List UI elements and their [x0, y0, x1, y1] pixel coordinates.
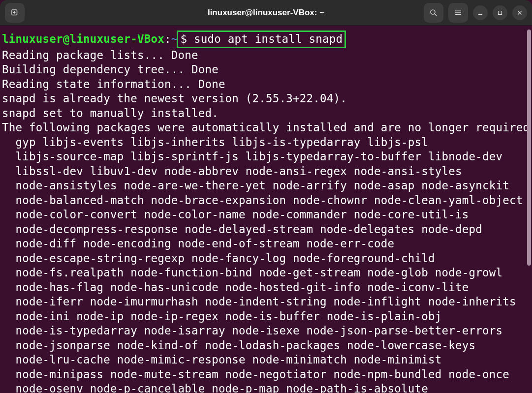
- command-text: sudo apt install snapd: [194, 32, 343, 45]
- svg-line-4: [435, 14, 437, 16]
- scrollbar-thumb[interactable]: [527, 30, 531, 266]
- minimize-icon: [477, 9, 484, 16]
- maximize-button[interactable]: [493, 5, 507, 20]
- search-icon: [429, 8, 438, 17]
- window-title: linuxuser@linuxuser-VBox: ~: [208, 8, 324, 18]
- terminal-body[interactable]: linuxuser@linuxuser-VBox:~$ sudo apt ins…: [0, 26, 532, 393]
- command-highlight: $ sudo apt install snapd: [177, 30, 346, 48]
- window-titlebar: linuxuser@linuxuser-VBox: ~: [0, 0, 532, 26]
- prompt-user-host: linuxuser@linuxuser-VBox: [2, 32, 164, 45]
- svg-point-3: [431, 10, 435, 14]
- close-icon: [516, 9, 523, 16]
- maximize-icon: [497, 10, 503, 16]
- search-button[interactable]: [424, 3, 443, 23]
- new-tab-button[interactable]: [5, 3, 25, 23]
- titlebar-right: [424, 3, 527, 23]
- prompt-dollar: $: [180, 32, 194, 45]
- close-button[interactable]: [512, 5, 527, 20]
- terminal-output: Reading package lists... Done Building d…: [2, 48, 530, 393]
- svg-rect-9: [499, 11, 502, 14]
- titlebar-left: [5, 3, 25, 23]
- menu-button[interactable]: [448, 3, 468, 23]
- prompt-colon: :: [164, 32, 171, 45]
- minimize-button[interactable]: [473, 5, 488, 20]
- hamburger-icon: [454, 8, 463, 17]
